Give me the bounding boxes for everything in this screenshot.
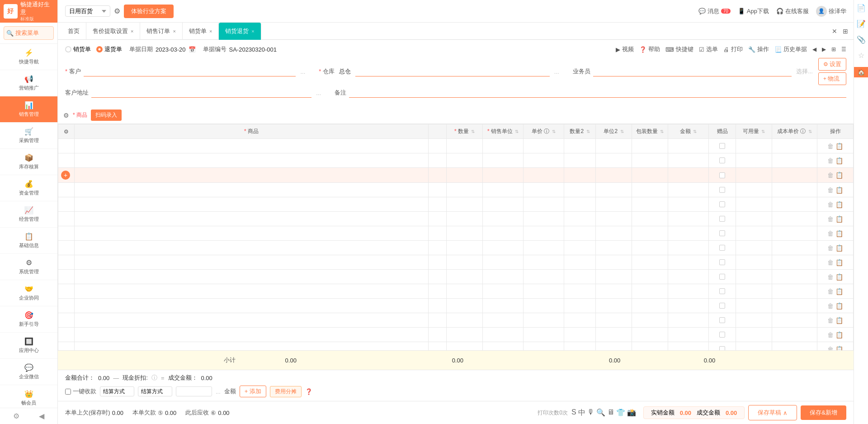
row-avail-cell[interactable] [736, 139, 772, 153]
row-gift-cell[interactable] [709, 212, 736, 226]
row-product-cell[interactable] [75, 270, 429, 284]
row-price-cell[interactable] [524, 255, 564, 270]
row-gift-cell[interactable] [709, 183, 736, 197]
row-unit2-cell[interactable] [596, 328, 632, 342]
row-unit2-cell[interactable] [596, 226, 632, 241]
row-pack-cell[interactable] [632, 183, 668, 197]
row-amount-cell[interactable] [668, 212, 709, 226]
row-cost-cell[interactable] [772, 139, 817, 153]
grid-view-action[interactable]: ⊞ [831, 46, 836, 52]
row-qty2-cell[interactable] [564, 270, 596, 284]
row-unit-cell[interactable] [483, 284, 524, 299]
tab-price-extract[interactable]: 售价提取设置 × [86, 23, 140, 40]
row-price-cell[interactable] [524, 153, 564, 168]
message-group[interactable]: 💬 消息 70 [698, 7, 731, 15]
row-qty2-cell[interactable] [564, 299, 596, 313]
sidebar-item-enterprise[interactable]: 🤝 企业协同 [0, 280, 57, 306]
row-cost-cell[interactable] [772, 328, 817, 342]
row-pack-cell[interactable] [632, 226, 668, 241]
copy-row-icon[interactable]: 📋 [835, 230, 843, 237]
sidebar-item-inventory[interactable]: 📦 库存核算 [0, 149, 57, 175]
delete-row-icon[interactable]: 🗑 [827, 201, 834, 208]
row-price-cell[interactable] [524, 328, 564, 342]
row-qty2-cell[interactable] [564, 139, 596, 153]
row-unit-cell[interactable] [483, 241, 524, 255]
row-qty2-cell[interactable] [564, 197, 596, 212]
tab-sales-return[interactable]: 销货退货 × [219, 23, 261, 40]
row-avail-cell[interactable] [736, 226, 772, 241]
account-dots[interactable]: ... [216, 388, 221, 395]
row-gift-cell[interactable] [709, 241, 736, 255]
row-pack-cell[interactable] [632, 313, 668, 328]
row-cost-cell[interactable] [772, 212, 817, 226]
right-panel-doc-icon[interactable]: 📄 [857, 4, 866, 12]
row-price-cell[interactable] [524, 168, 564, 183]
row-pack-cell[interactable] [632, 139, 668, 153]
tab-price-extract-close[interactable]: × [131, 29, 133, 34]
row-cost-cell[interactable] [772, 255, 817, 270]
collapse-icon[interactable]: ◀ [39, 412, 44, 420]
sidebar-item-finance[interactable]: 💰 资金管理 [0, 175, 57, 201]
settlement-select[interactable]: 结算方式 [100, 386, 134, 396]
gift-checkbox[interactable] [719, 317, 725, 323]
row-price-cell[interactable] [524, 226, 564, 241]
row-unit2-cell[interactable] [596, 270, 632, 284]
tab-sales-slip[interactable]: 销货单 × [183, 23, 219, 40]
gift-checkbox[interactable] [719, 303, 725, 309]
copy-row-icon[interactable]: 📋 [835, 157, 843, 164]
row-avail-cell[interactable] [736, 153, 772, 168]
row-cost-cell[interactable] [772, 270, 817, 284]
row-product-cell[interactable] [75, 183, 429, 197]
row-pack-cell[interactable] [632, 342, 668, 351]
copy-row-icon[interactable]: 📋 [835, 244, 843, 252]
copy-row-icon[interactable]: 📋 [835, 201, 843, 208]
row-unit2-cell[interactable] [596, 299, 632, 313]
row-qty2-cell[interactable] [564, 342, 596, 351]
delete-row-icon[interactable]: 🗑 [827, 143, 834, 150]
add-payment-btn[interactable]: + 添加 [240, 386, 266, 397]
row-qty-cell[interactable] [447, 342, 483, 351]
sidebar-item-member[interactable]: 👑 畅会员 [0, 385, 57, 408]
row-pack-cell[interactable] [632, 284, 668, 299]
right-panel-attachment-icon[interactable]: 📎 [857, 35, 866, 44]
row-unit2-cell[interactable] [596, 183, 632, 197]
copy-row-icon[interactable]: 📋 [835, 186, 843, 194]
row-product-cell[interactable] [75, 153, 429, 168]
row-price-cell[interactable] [524, 212, 564, 226]
row-avail-cell[interactable] [736, 270, 772, 284]
row-qty-cell[interactable] [447, 284, 483, 299]
row-gift-cell[interactable] [709, 313, 736, 328]
delete-row-icon[interactable]: 🗑 [827, 273, 834, 281]
row-price-cell[interactable] [524, 313, 564, 328]
row-price-cell[interactable] [524, 299, 564, 313]
row-cost-cell[interactable] [772, 226, 817, 241]
module-select[interactable]: 日用百货 [65, 5, 110, 17]
row-unit-cell[interactable] [483, 183, 524, 197]
app-download-group[interactable]: 📱 App下载 [738, 7, 769, 15]
radio-return[interactable]: 退货单 [96, 45, 122, 53]
gift-checkbox[interactable] [719, 259, 725, 265]
expense-split-btn[interactable]: 费用分摊 [270, 386, 302, 397]
tool-icon-5[interactable]: 🖥 [607, 408, 614, 418]
row-pack-cell[interactable] [632, 255, 668, 270]
sidebar-item-basic-info[interactable]: 📋 基础信息 [0, 228, 57, 254]
row-avail-cell[interactable] [736, 183, 772, 197]
staff-input[interactable] [593, 67, 792, 76]
delete-row-icon[interactable]: 🗑 [827, 215, 834, 223]
row-qty2-cell[interactable] [564, 313, 596, 328]
delete-row-icon[interactable]: 🗑 [827, 302, 834, 310]
close-tab-btn[interactable]: ✕ [830, 27, 839, 36]
row-amount-cell[interactable] [668, 183, 709, 197]
row-gift-cell[interactable] [709, 197, 736, 212]
row-pack-cell[interactable] [632, 328, 668, 342]
customer-input[interactable] [84, 67, 296, 76]
row-pack-cell[interactable] [632, 270, 668, 284]
history-action[interactable]: 📃 历史单据 [774, 45, 807, 53]
row-amount-cell[interactable] [668, 241, 709, 255]
gift-checkbox[interactable] [719, 216, 725, 222]
topbar-gear-icon[interactable]: ⚙ [114, 7, 120, 15]
row-unit-cell[interactable] [483, 299, 524, 313]
row-pack-cell[interactable] [632, 241, 668, 255]
row-qty2-cell[interactable] [564, 183, 596, 197]
experience-btn[interactable]: 体验行业方案 [124, 5, 174, 18]
